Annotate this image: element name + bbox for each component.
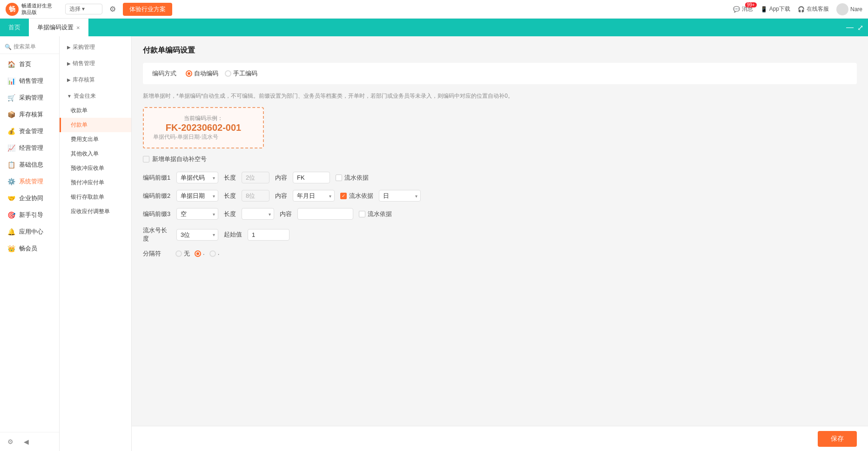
sidebar-item-guide[interactable]: 🎯 新手引导 [0,207,59,223]
sidebar-item-app-center[interactable]: 🔔 应用中心 [0,223,59,240]
length2-input[interactable] [242,190,269,202]
sep-dot-dot [195,250,201,257]
serial-length-select-wrap: 3位 [176,229,218,241]
window-minimize-icon[interactable]: — [846,23,854,32]
sub-section-inventory: ▶ 库存核算 [60,73,131,87]
content1-input[interactable] [293,172,330,183]
start-value-input[interactable] [248,229,289,241]
sidebar-settings-icon[interactable]: ⚙ [5,436,16,447]
gear-icon[interactable]: ⚙ [106,3,119,16]
sidebar-search[interactable]: 🔍 搜索菜单 [0,40,59,54]
service-icon: 🎧 [798,6,805,13]
sep-none-dot [175,250,182,257]
sidebar-item-operations[interactable]: 📈 经营管理 [0,140,59,156]
prefix1-label: 编码前缀1 [143,174,171,182]
sidebar-item-home[interactable]: 🏠 首页 [0,56,59,73]
serial2-period-wrap: 日 [379,190,421,202]
arrow-purchase: ▶ [67,45,71,50]
logo-icon: 畅 [6,3,19,16]
sidebar-item-enterprise[interactable]: 🤝 企业协同 [0,190,59,207]
sidebar-item-basic-info[interactable]: 📋 基础信息 [0,156,59,173]
prefix2-select-wrap: 单据日期 [176,190,218,202]
user-item[interactable]: Nare [836,3,862,15]
separator-row: 分隔符 无 · · [143,249,857,258]
serial1-checkbox-box [336,175,342,181]
topbar: 畅 畅通道好生意 旗品版 选择 ▾ ⚙ 体验行业方案 💬 消息 99+ 📱 Ap… [0,0,868,19]
content-area: 付款单编码设置 编码方式 自动编码 手工编码 新增单据时，*单据编码*自动生成， [132,36,868,451]
prefix3-select[interactable]: 空 [176,208,218,220]
coding-mode-label: 编码方式 [152,69,176,78]
preview-desc: 单据代码-单据日期-流水号 [153,134,218,140]
sidebar-item-purchase[interactable]: 🛒 采购管理 [0,89,59,106]
window-maximize-icon[interactable]: ⤢ [857,23,863,32]
tab-settings[interactable]: 单据编码设置 × [29,19,88,36]
sidebar-item-inventory[interactable]: 📦 库存核算 [0,106,59,123]
page-title: 付款单编码设置 [143,46,857,55]
manual-code-radio[interactable]: 手工编码 [225,69,257,78]
save-button[interactable]: 保存 [818,431,857,447]
sidebar-item-system[interactable]: ⚙️ 系统管理 [0,173,59,190]
app-download-item[interactable]: 📱 App下载 [760,5,790,13]
sub-leaf-payment[interactable]: 付款单 [60,118,131,132]
sub-group-purchase[interactable]: ▶ 采购管理 [60,40,131,54]
sub-leaf-pre-payable[interactable]: 预付冲应付单 [60,175,131,190]
finance-icon: 💰 [7,128,15,135]
prefix2-select[interactable]: 单据日期 [176,190,218,202]
prefix3-row: 编码前缀3 空 长度 内容 流水依据 [143,208,857,220]
content2-select[interactable]: 年月日 [293,190,335,202]
serial3-checkbox[interactable]: 流水依据 [359,210,392,218]
serial-length-select[interactable]: 3位 [176,229,218,241]
sidebar-item-member[interactable]: 👑 畅会员 [0,240,59,257]
serial2-checkbox[interactable]: ✓ 流水依据 [340,192,373,200]
start-value-label: 起始值 [224,230,242,239]
preview-label: 当前编码示例： [153,114,254,122]
sub-leaf-receipt[interactable]: 收款单 [60,103,131,118]
member-icon: 👑 [7,245,15,252]
info-text: 新增单据时，*单据编码*自动生成，不可编辑。前缀设置为部门、业务员等档案类，开单… [143,92,857,101]
sub-leaf-adjustment[interactable]: 应收应付调整单 [60,204,131,219]
trial-button[interactable]: 体验行业方案 [123,3,172,16]
separator-label: 分隔符 [143,249,171,258]
message-item[interactable]: 💬 消息 99+ [733,5,753,13]
message-badge: 99+ [745,2,757,7]
app-icon: 📱 [760,6,767,13]
main-layout: 🔍 搜索菜单 🏠 首页 📊 销售管理 🛒 采购管理 📦 库存核算 💰 资金管理 … [0,36,868,451]
tab-home[interactable]: 首页 [0,19,29,36]
prefix1-select-wrap: 单据代码 [176,172,218,183]
sidebar-item-sales[interactable]: 📊 销售管理 [0,73,59,89]
home-icon: 🏠 [7,61,15,68]
online-service-item[interactable]: 🎧 在线客服 [798,5,829,13]
sidebar-item-finance[interactable]: 💰 资金管理 [0,123,59,140]
auto-fill-checkbox[interactable] [143,156,149,162]
sub-leaf-pre-receivable[interactable]: 预收冲应收单 [60,161,131,175]
sub-group-inventory[interactable]: ▶ 库存核算 [60,73,131,87]
sub-leaf-expense[interactable]: 费用支出单 [60,132,131,147]
arrow-inventory: ▶ [67,77,71,82]
sub-leaf-other-income[interactable]: 其他收入单 [60,147,131,161]
auto-code-dot [186,70,192,77]
length3-select[interactable] [242,208,274,220]
serial1-checkbox[interactable]: 流水依据 [336,174,369,182]
prefix2-label: 编码前缀2 [143,192,171,200]
tab-close-icon[interactable]: × [76,24,80,31]
arrow-sales: ▶ [67,61,71,66]
search-icon: 🔍 [5,44,12,50]
coding-mode-card: 编码方式 自动编码 手工编码 [143,63,857,84]
sub-leaf-bank[interactable]: 银行存取款单 [60,190,131,204]
ops-icon: 📈 [7,144,15,152]
topbar-right: 💬 消息 99+ 📱 App下载 🎧 在线客服 Nare [733,3,862,15]
content3-input[interactable] [297,208,353,220]
length1-input[interactable] [242,172,269,183]
serial2-period-select[interactable]: 日 [379,190,421,202]
sep-dash-radio[interactable]: · [209,250,220,257]
auto-code-radio[interactable]: 自动编码 [186,69,218,78]
length2-label: 长度 [224,192,236,200]
sep-dot-radio[interactable]: · [195,250,205,257]
sub-group-finance[interactable]: ▼ 资金往来 [60,89,131,103]
logo: 畅 畅通道好生意 旗品版 [6,3,61,16]
sidebar-collapse-icon[interactable]: ◀ [20,436,32,447]
topbar-dropdown[interactable]: 选择 ▾ [65,4,102,14]
prefix1-select[interactable]: 单据代码 [176,172,218,183]
sep-none-radio[interactable]: 无 [175,249,190,258]
sub-group-sales[interactable]: ▶ 销售管理 [60,56,131,71]
